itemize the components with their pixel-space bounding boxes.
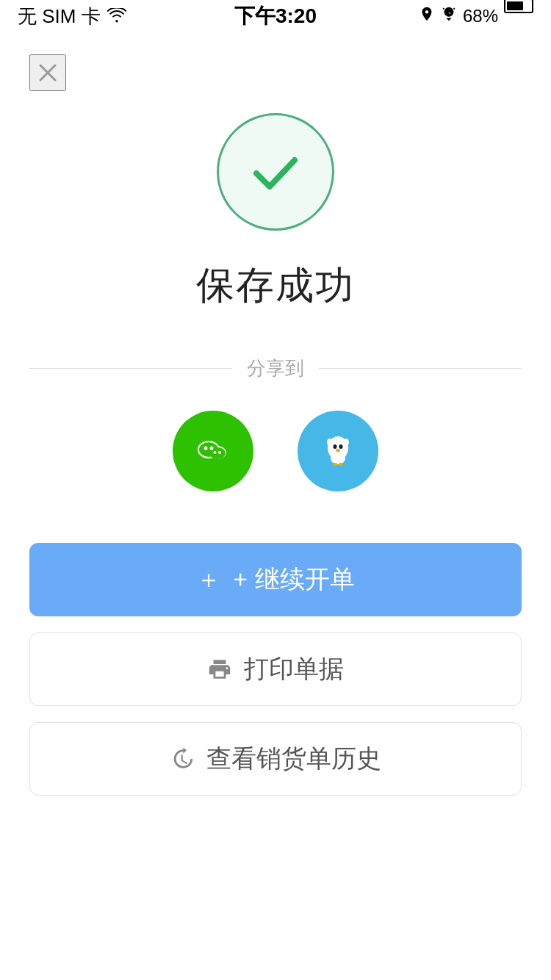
svg-point-7 <box>210 447 214 450</box>
clock-icon <box>170 746 195 771</box>
status-right: 68% <box>419 0 533 34</box>
wechat-icon <box>190 428 237 475</box>
status-left: 无 SIM 卡 <box>18 4 127 29</box>
history-button[interactable]: 查看销货单历史 <box>29 722 522 796</box>
status-time: 下午3:20 <box>234 2 317 30</box>
plus-icon: ＋ <box>196 563 221 597</box>
carrier-label: 无 SIM 卡 <box>18 4 101 29</box>
battery-icon <box>504 0 533 34</box>
wechat-share-button[interactable] <box>173 411 253 491</box>
svg-rect-13 <box>339 463 343 466</box>
printer-icon <box>207 657 232 682</box>
continue-label: + 继续开单 <box>233 563 354 597</box>
print-button[interactable]: 打印单据 <box>29 633 522 706</box>
main-content: 保存成功 分享到 <box>0 32 551 980</box>
svg-point-8 <box>214 451 217 454</box>
svg-point-15 <box>339 444 343 449</box>
share-label: 分享到 <box>232 356 319 381</box>
svg-point-14 <box>334 444 337 449</box>
history-label: 查看销货单历史 <box>206 742 381 776</box>
svg-point-16 <box>336 449 340 452</box>
svg-point-17 <box>327 439 333 446</box>
status-bar: 无 SIM 卡 下午3:20 68% <box>0 0 551 32</box>
qq-share-button[interactable] <box>298 411 378 491</box>
svg-point-6 <box>204 447 208 450</box>
checkmark-svg <box>246 143 305 201</box>
share-icons <box>173 411 378 491</box>
svg-point-11 <box>331 453 345 464</box>
wifi-icon <box>107 5 127 28</box>
action-buttons: ＋ + 继续开单 打印单据 查看销货单历史 <box>29 543 522 796</box>
svg-point-18 <box>343 439 349 446</box>
close-button[interactable] <box>29 54 66 91</box>
success-title: 保存成功 <box>196 260 355 311</box>
location-icon <box>419 6 435 26</box>
battery-percentage: 68% <box>463 6 498 26</box>
success-icon <box>217 113 334 231</box>
share-divider: 分享到 <box>29 356 522 381</box>
svg-point-9 <box>218 451 221 454</box>
continue-button[interactable]: ＋ + 继续开单 <box>29 543 522 616</box>
alarm-icon <box>441 6 457 26</box>
qq-icon <box>314 428 361 475</box>
svg-rect-12 <box>333 463 337 466</box>
print-label: 打印单据 <box>244 652 344 686</box>
